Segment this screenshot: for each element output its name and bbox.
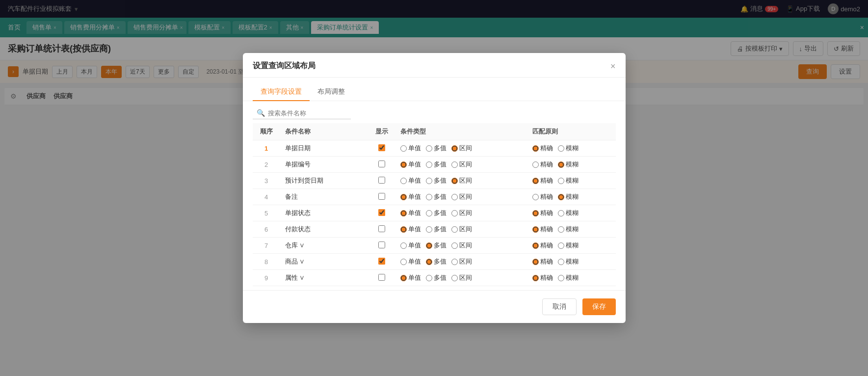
modal-close-button[interactable]: × <box>610 62 616 71</box>
search-input-wrap[interactable]: 🔍 <box>253 107 351 109</box>
modal-overlay: 设置查询区域布局 × 查询字段设置 布局调整 🔍 顺序 <box>0 0 868 109</box>
modal-header: 设置查询区域布局 × <box>243 53 626 78</box>
modal-title: 设置查询区域布局 <box>253 61 316 71</box>
tab-query-fields[interactable]: 查询字段设置 <box>253 83 310 101</box>
settings-modal: 设置查询区域布局 × 查询字段设置 布局调整 🔍 顺序 <box>243 53 626 109</box>
modal-tabs: 查询字段设置 布局调整 <box>243 78 626 101</box>
search-input[interactable] <box>268 109 342 110</box>
modal-search-area: 🔍 <box>243 101 626 109</box>
search-icon: 🔍 <box>257 109 265 109</box>
tab-layout-adjust[interactable]: 布局调整 <box>310 83 353 101</box>
